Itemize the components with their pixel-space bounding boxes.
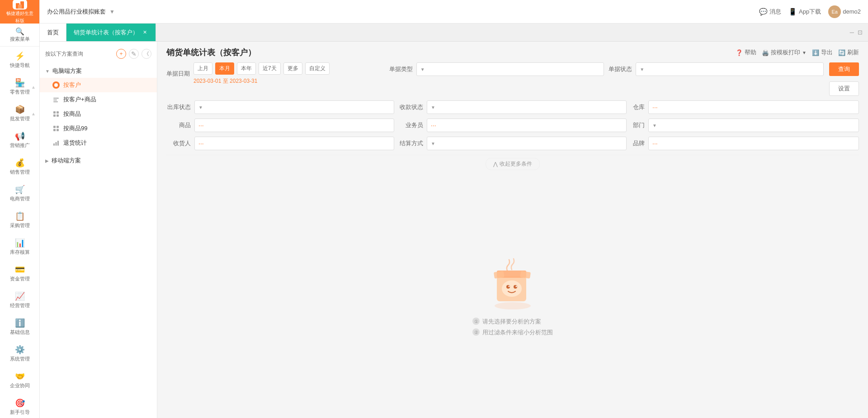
tab-sales-stats[interactable]: 销货单统计表（按客户） ✕ xyxy=(66,24,156,41)
scheme-item-by-product[interactable]: 按商品 xyxy=(40,107,157,121)
export-btn[interactable]: ⬇️ 导出 xyxy=(812,48,833,57)
sidebar-item-base-info[interactable]: ℹ️ 基础信息 xyxy=(0,314,39,340)
refresh-btn[interactable]: 🔄 刷新 xyxy=(838,48,859,57)
query-btn[interactable]: 查询 xyxy=(829,62,859,76)
product-label: 商品 xyxy=(166,121,191,129)
svg-rect-17 xyxy=(57,141,59,146)
scheme-panel-header: 按以下方案查询 + ✎ 《 xyxy=(40,45,157,62)
date-row: 上月 本月 本年 近7天 更多 自定义 2023-03-01 至 2023-03… xyxy=(193,62,384,85)
filter-row-3: 商品 ··· 业务员 ··· 部门 ▼ xyxy=(166,119,859,132)
department-control[interactable]: ▼ xyxy=(648,119,859,132)
tab-close-icon[interactable]: ✕ xyxy=(141,29,148,36)
help-btn[interactable]: ❓ 帮助 xyxy=(736,48,756,57)
user-avatar: Ea xyxy=(828,5,841,18)
date-btn-7days[interactable]: 近7天 xyxy=(259,62,281,75)
bill-type-control[interactable]: ▼ xyxy=(416,62,604,76)
consignee-control[interactable]: ··· xyxy=(194,137,394,150)
brand-control[interactable]: ··· xyxy=(648,137,859,150)
warehouse-control[interactable]: ··· xyxy=(648,100,859,114)
salesperson-control[interactable]: ··· xyxy=(427,119,627,132)
date-btn-this-year[interactable]: 本年 xyxy=(237,62,256,75)
bill-type-chevron: ▼ xyxy=(420,67,425,72)
sidebar-item-procurement[interactable]: 📋 采购管理 xyxy=(0,207,39,233)
date-btn-last-month[interactable]: 上月 xyxy=(193,62,212,75)
sidebar-item-wholesale[interactable]: 📦 批发管理 ▲ xyxy=(0,100,39,127)
window-minimize-btn[interactable]: ─ xyxy=(850,29,854,36)
sidebar-item-search[interactable]: 🔍 搜索菜单 xyxy=(0,24,39,47)
industry-label: 办公用品行业模拟账套 xyxy=(47,8,106,16)
svg-rect-5 xyxy=(53,100,57,100)
sidebar: 畅捷通好生意 标版 🔍 搜索菜单 ⚡ 快捷导航 🏪 零售管理 ▲ 📦 批发管理 … xyxy=(0,0,40,418)
sidebar-item-newbie[interactable]: 🎯 新手引导 xyxy=(0,394,39,418)
bill-type-filter: 单据类型 ▼ xyxy=(389,62,604,76)
print-template-btn[interactable]: 🖨️ 按模板打印 ▼ xyxy=(762,48,807,57)
sidebar-item-system[interactable]: ⚙️ 系统管理 xyxy=(0,340,39,367)
empty-state-hints: ① 请先选择要分析的方案 ② 用过滤条件来缩小分析范围 xyxy=(472,318,553,339)
warehouse-label: 仓库 xyxy=(631,103,645,111)
page-content: 按以下方案查询 + ✎ 《 ▼ 电脑端方案 按客户 xyxy=(40,42,868,418)
out-status-label: 出库状态 xyxy=(166,103,191,111)
header-right: 💬 消息 📱 App下载 Ea demo2 xyxy=(759,5,861,18)
collapse-bar: ⋀ 收起更多条件 xyxy=(166,155,859,173)
scheme-item-icon-by-customer-product xyxy=(52,96,60,103)
filter-row-4: 收货人 ··· 结算方式 ▼ 品牌 ··· xyxy=(166,137,859,150)
scheme-item-by-customer-product[interactable]: 按客户+商品 xyxy=(40,92,157,107)
sidebar-item-sales[interactable]: 💰 销售管理 xyxy=(0,153,39,180)
scheme-item-icon-refund-stats xyxy=(52,139,60,147)
app-download-btn[interactable]: 📱 App下载 xyxy=(788,8,821,16)
logo-text: 畅捷通好生意 xyxy=(6,10,33,17)
main-content: 办公用品行业模拟账套 ▼ 💬 消息 📱 App下载 Ea demo2 首页 销货… xyxy=(40,0,868,418)
scheme-group-mobile-header[interactable]: ▶ 移动端方案 xyxy=(40,154,157,167)
tab-sales-stats-label: 销货单统计表（按客户） xyxy=(74,28,138,37)
date-btn-custom[interactable]: 自定义 xyxy=(305,62,330,75)
scheme-add-btn[interactable]: + xyxy=(116,49,126,59)
scheme-item-icon-by-product-99 xyxy=(52,125,60,132)
settings-btn[interactable]: 设置 xyxy=(829,81,859,96)
svg-rect-8 xyxy=(57,111,59,114)
empty-hint-2: ② 用过滤条件来缩小分析范围 xyxy=(472,328,553,337)
empty-state-illustration xyxy=(481,252,544,310)
scheme-panel: 按以下方案查询 + ✎ 《 ▼ 电脑端方案 按客户 xyxy=(40,42,157,418)
sidebar-item-retail[interactable]: 🏪 零售管理 ▲ xyxy=(0,73,39,100)
svg-point-18 xyxy=(495,302,531,309)
page-title: 销货单统计表（按客户） xyxy=(166,47,256,58)
sidebar-item-finance[interactable]: 💳 资金管理 xyxy=(0,260,39,287)
date-btn-more[interactable]: 更多 xyxy=(283,62,302,75)
payment-status-control[interactable]: ▼ xyxy=(427,100,627,114)
sidebar-item-cooperation[interactable]: 🤝 企业协同 xyxy=(0,367,39,394)
collapse-btn[interactable]: ⋀ 收起更多条件 xyxy=(486,158,540,170)
scheme-item-by-customer[interactable]: 按客户 xyxy=(40,78,157,92)
logo-icon xyxy=(13,0,27,10)
sidebar-item-operations[interactable]: 📈 经营管理 xyxy=(0,287,39,314)
message-btn[interactable]: 💬 消息 xyxy=(759,8,781,16)
scheme-item-by-product-99[interactable]: 按商品99 xyxy=(40,121,157,136)
logo-subtitle: 标版 xyxy=(15,18,24,24)
scheme-group-desktop-label: 电脑端方案 xyxy=(52,67,82,75)
empty-hint-1: ① 请先选择要分析的方案 xyxy=(472,318,553,326)
svg-rect-4 xyxy=(53,98,59,99)
svg-point-26 xyxy=(509,286,510,287)
scheme-panel-title: 按以下方案查询 xyxy=(45,50,83,58)
sidebar-item-quick-nav[interactable]: ⚡ 快捷导航 xyxy=(0,47,39,73)
filter-area: 单据日期 上月 本月 本年 近7天 更多 自定义 2023-03-01 至 20… xyxy=(157,58,868,173)
industry-dropdown-icon[interactable]: ▼ xyxy=(109,9,115,15)
date-btn-this-month[interactable]: 本月 xyxy=(215,62,234,75)
tab-home[interactable]: 首页 xyxy=(40,24,66,41)
scheme-group-desktop-header[interactable]: ▼ 电脑端方案 xyxy=(40,64,157,78)
payment-status-label: 收款状态 xyxy=(399,103,423,111)
window-maximize-btn[interactable]: ⊡ xyxy=(858,29,863,36)
sidebar-item-ecommerce[interactable]: 🛒 电商管理 xyxy=(0,180,39,207)
settlement-control[interactable]: ▼ xyxy=(427,137,627,150)
product-control[interactable]: ··· xyxy=(194,119,394,132)
brand-label: 品牌 xyxy=(631,139,645,147)
sidebar-item-marketing[interactable]: 📢 营销推广 xyxy=(0,127,39,153)
scheme-item-refund-stats[interactable]: 退货统计 xyxy=(40,136,157,150)
date-range: 2023-03-01 至 2023-03-31 xyxy=(193,77,257,85)
user-menu[interactable]: Ea demo2 xyxy=(828,5,861,18)
sidebar-item-inventory[interactable]: 📊 库存核算 xyxy=(0,233,39,260)
bill-status-control[interactable]: ▼ xyxy=(636,62,824,76)
scheme-collapse-btn[interactable]: 《 xyxy=(142,49,151,59)
scheme-edit-btn[interactable]: ✎ xyxy=(129,49,139,59)
scheme-item-icon-by-customer xyxy=(52,81,60,89)
out-status-control[interactable]: ▼ xyxy=(194,100,394,114)
